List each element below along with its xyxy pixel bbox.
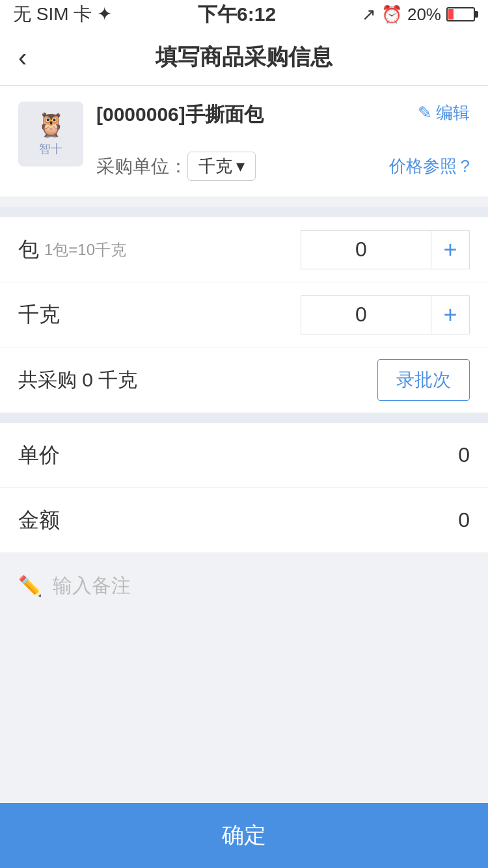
remark-section[interactable]: ✏️ 输入备注 — [0, 553, 488, 618]
amount-value: 0 — [458, 508, 470, 532]
battery-icon — [446, 7, 475, 21]
confirm-button[interactable]: 确定 — [222, 821, 266, 850]
unit-dropdown[interactable]: 千克 ▾ — [187, 152, 256, 181]
edit-icon: ✎ — [418, 103, 432, 123]
nav-bar: ‹ 填写商品采购信息 — [0, 29, 488, 86]
dropdown-arrow-icon: ▾ — [236, 156, 245, 176]
status-bar: 无 SIM 卡 ✦ 下午6:12 ↗ ⏰ 20% — [0, 0, 488, 29]
input-section: 包 1包=10千克 + 千克 + — [0, 217, 488, 347]
product-card: 🦉 智十 [0000006]手撕面包 ✎ 编辑 采购单位： 千克 ▾ 价格参照 … — [0, 86, 488, 197]
owl-icon: 🦉 — [36, 111, 66, 139]
product-info: [0000006]手撕面包 ✎ 编辑 采购单位： 千克 ▾ 价格参照 ? — [96, 102, 470, 181]
unit-price-label: 单价 — [18, 441, 60, 470]
kg-label: 千克 — [18, 301, 60, 329]
location-icon: ↗ — [362, 5, 376, 25]
purchase-unit-label: 采购单位： — [96, 154, 187, 179]
no-sim-text: 无 SIM 卡 ✦ — [13, 2, 112, 27]
bag-label: 包 — [18, 236, 39, 264]
back-button[interactable]: ‹ — [18, 44, 27, 70]
bag-input-row: 包 1包=10千克 + — [0, 217, 488, 282]
confirm-bar[interactable]: 确定 — [0, 803, 488, 868]
product-thumbnail: 🦉 智十 — [18, 102, 83, 167]
kg-plus-button[interactable]: + — [431, 295, 470, 334]
bag-plus-button[interactable]: + — [431, 230, 470, 269]
unit-price-value: 0 — [458, 443, 470, 467]
kg-quantity-input[interactable] — [301, 295, 431, 334]
page-title: 填写商品采购信息 — [156, 42, 332, 72]
status-time: 下午6:12 — [198, 1, 276, 28]
bag-input-right: + — [301, 230, 470, 269]
price-section: 单价 0 金额 0 — [0, 423, 488, 553]
price-reference-button[interactable]: 价格参照 ? — [389, 155, 470, 178]
edit-button[interactable]: ✎ 编辑 — [418, 102, 470, 124]
pencil-icon: ✏️ — [18, 575, 42, 597]
summary-row: 共采购 0 千克 录批次 — [0, 347, 488, 413]
product-name: [0000006]手撕面包 — [96, 102, 264, 128]
amount-label: 金额 — [18, 506, 60, 535]
batch-button[interactable]: 录批次 — [377, 359, 470, 401]
status-left: 无 SIM 卡 ✦ — [13, 2, 112, 27]
alarm-icon: ⏰ — [381, 5, 402, 25]
kg-input-right: + — [301, 295, 470, 334]
bag-quantity-input[interactable] — [301, 230, 431, 269]
unit-price-row: 单价 0 — [0, 423, 488, 488]
section-divider-1 — [0, 207, 488, 217]
unit-value: 千克 — [198, 155, 232, 178]
amount-row: 金额 0 — [0, 488, 488, 553]
kg-input-row: 千克 + — [0, 282, 488, 347]
status-right: ↗ ⏰ 20% — [362, 5, 475, 25]
section-divider-2 — [0, 413, 488, 423]
product-badge: 智十 — [39, 141, 62, 157]
help-icon: ? — [461, 156, 470, 176]
summary-text: 共采购 0 千克 — [18, 367, 137, 394]
battery-percent: 20% — [407, 5, 441, 25]
remark-placeholder: 输入备注 — [53, 573, 131, 599]
bottom-spacer — [0, 618, 488, 813]
bag-sublabel: 1包=10千克 — [44, 239, 126, 260]
